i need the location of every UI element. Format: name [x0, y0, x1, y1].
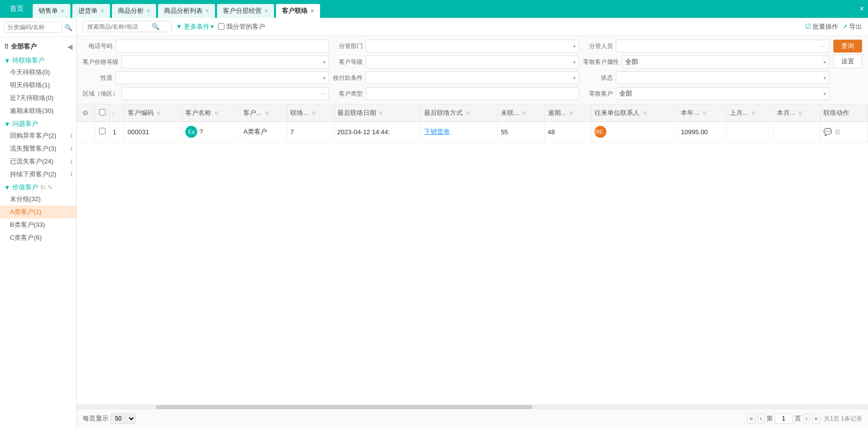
customer-type-input[interactable]	[366, 87, 579, 100]
sidebar-item-today[interactable]: 今天待联络(0)	[0, 66, 76, 79]
sidebar-item-churn-warning[interactable]: 流失预警客户(3) ℹ	[0, 142, 76, 155]
tab-home[interactable]: 首页	[2, 0, 32, 18]
nature-select[interactable]: ▾	[115, 71, 329, 84]
dept-select[interactable]: ▾	[366, 40, 579, 53]
main-layout: 🔍 ⠿ 全部客户 ◀ ▼ 待联络客户 今天待联络(0) 明天待联络(1) 近7天…	[0, 18, 868, 428]
phone-label: 电话号码	[83, 42, 112, 51]
table-header-last-month[interactable]: 上月... ⇅	[727, 105, 774, 122]
sidebar-item-a-class[interactable]: A类客户(1)	[0, 206, 76, 218]
sort-icon: ⇅	[265, 110, 269, 116]
table-header-not-contact[interactable]: 未联... ⇅	[497, 105, 544, 122]
customer-level-select[interactable]: ▾	[366, 55, 579, 68]
payment-select[interactable]: ▾	[366, 71, 579, 84]
table-header-contact-count[interactable]: 联络... ⇅	[287, 105, 334, 122]
sidebar-group-pending[interactable]: ▼ 待联络客户	[0, 54, 76, 66]
my-customers-checkbox[interactable]: 我分管的客户	[218, 22, 265, 31]
table-header-this-month[interactable]: 本月... ⇅	[773, 105, 820, 122]
sidebar-item-b-class[interactable]: B类客户(33)	[0, 218, 76, 231]
sidebar-group-value[interactable]: ▼ 价值客户 ↻ ✎	[0, 181, 76, 193]
row-checkbox-cell[interactable]	[95, 122, 109, 142]
setting-button[interactable]: 设置	[833, 54, 862, 68]
sidebar-item-repurchase-abnormal[interactable]: 回购异常客户(2) ℹ	[0, 129, 76, 142]
sidebar-item-c-class[interactable]: C类客户(6)	[0, 231, 76, 244]
sidebar-item-churned[interactable]: 已流失客户(24) ℹ	[0, 155, 76, 168]
sidebar-all-customers[interactable]: ⠿ 全部客户 ◀	[0, 39, 76, 54]
select-all-checkbox[interactable]	[99, 109, 106, 115]
table-header-overdue[interactable]: 逾期... ⇅	[544, 105, 592, 122]
batch-operation-btn[interactable]: ☑ 批量操作	[805, 22, 838, 31]
close-icon[interactable]: ×	[311, 7, 314, 14]
page-size-select[interactable]: 50 100 200	[110, 413, 136, 424]
table-header-last-way[interactable]: 最后联络方式 ⇅	[421, 105, 497, 122]
table-header-code[interactable]: 客户编码 ⇅	[124, 105, 182, 122]
filter-customer-level: 客户等级 ▾	[333, 55, 579, 68]
page-prev-btn[interactable]: ‹	[758, 414, 764, 424]
close-icon[interactable]: ×	[101, 7, 104, 14]
export-btn[interactable]: ↗ 导出	[842, 22, 862, 31]
table-header-checkbox[interactable]	[95, 105, 109, 122]
filter-department: 分管部门 ▾	[333, 40, 579, 53]
close-icon[interactable]: ×	[147, 7, 150, 14]
tab-sales[interactable]: 销售单 ×	[33, 4, 70, 18]
scrollbar-thumb[interactable]	[156, 405, 533, 409]
more-conditions-btn[interactable]: ▼ 更多条件 ▾	[176, 22, 214, 31]
close-icon[interactable]: ×	[265, 7, 268, 14]
table-header-name[interactable]: 客户名称 ⇅	[182, 105, 240, 122]
sidebar-search-icon[interactable]: 🔍	[64, 24, 72, 31]
page-number-input[interactable]	[775, 414, 793, 424]
sort-icon: ⇅	[752, 110, 756, 116]
customer-table: ⚙ : 客户编码 ⇅ 客户名称 ⇅	[77, 105, 868, 142]
filter-search-input[interactable]	[87, 23, 152, 30]
row-last-way[interactable]: 下销货单	[421, 122, 497, 142]
page-last-btn[interactable]: »	[812, 414, 820, 424]
table-header-last-date[interactable]: 最后联络日期 ⇅	[334, 105, 421, 122]
search-icon[interactable]: 🔍	[152, 23, 160, 30]
my-customers-check[interactable]	[218, 23, 224, 30]
sidebar: 🔍 ⠿ 全部客户 ◀ ▼ 待联络客户 今天待联络(0) 明天待联络(1) 近7天…	[0, 18, 77, 428]
status-select[interactable]: ▾	[616, 71, 829, 84]
table-header-gear[interactable]: ⚙	[77, 105, 95, 122]
tab-customer-segment[interactable]: 客户分层经营 ×	[217, 4, 274, 18]
table-header-this-year[interactable]: 本年... ⇅	[678, 105, 727, 122]
customer-type-label: 客户类型	[333, 90, 363, 98]
table-header-contacts[interactable]: 往来单位联系人 ⇅	[592, 105, 678, 122]
page-next-btn[interactable]: ›	[803, 414, 810, 424]
row-checkbox[interactable]	[99, 128, 106, 134]
table-container: ⚙ : 客户编码 ⇅ 客户名称 ⇅	[77, 105, 868, 405]
sidebar-item-overdue[interactable]: 逾期未联络(30)	[0, 105, 76, 117]
close-icon[interactable]: ×	[206, 7, 209, 14]
tab-customer-contact[interactable]: 客户联络 ×	[276, 4, 320, 18]
region-input[interactable]: ···	[121, 87, 329, 100]
sidebar-search-input[interactable]	[4, 22, 62, 33]
table-header-row: ⚙ : 客户编码 ⇅ 客户名称 ⇅	[77, 105, 868, 122]
table-header-level[interactable]: 客户... ⇅	[240, 105, 287, 122]
collapse-icon[interactable]: ◀	[67, 43, 72, 51]
sidebar-item-ungroup[interactable]: 未分组(32)	[0, 193, 76, 206]
horizontal-scrollbar[interactable]	[77, 405, 868, 409]
close-icon[interactable]: ×	[61, 7, 64, 14]
manager-input[interactable]: ···	[616, 40, 829, 53]
filter-row-4: 区域（地区） ··· 客户类型 零散客户 全部	[83, 87, 829, 100]
sidebar-item-tomorrow[interactable]: 明天待联络(1)	[0, 79, 76, 92]
last-contact-way-link[interactable]: 下销货单	[424, 128, 450, 135]
global-close-icon[interactable]: ×	[860, 4, 864, 13]
query-button[interactable]: 查询	[833, 40, 862, 53]
refresh-icon[interactable]: ↻	[40, 184, 46, 191]
edit-icon[interactable]: ✎	[48, 184, 53, 191]
retail-attr-select[interactable]: 全部 ▾	[622, 55, 829, 68]
sidebar-item-declining[interactable]: 持续下滑客户(2) ℹ	[0, 168, 76, 181]
info-icon: ℹ	[70, 133, 72, 139]
phone-input[interactable]	[115, 40, 329, 53]
row-seq: 1	[109, 122, 124, 142]
page-first-btn[interactable]: «	[747, 414, 756, 424]
tab-goods-analysis[interactable]: 商品分析 ×	[112, 4, 156, 18]
retail-select[interactable]: 全部 ▾	[616, 87, 829, 100]
qr-icon[interactable]: ⊞	[835, 128, 841, 136]
filter-nature: 性质 ▾	[83, 71, 329, 84]
tab-goods-analysis-list[interactable]: 商品分析列表 ×	[158, 4, 215, 18]
sidebar-group-problem[interactable]: ▼ 问题客户	[0, 117, 76, 129]
tab-purchase[interactable]: 进货单 ×	[72, 4, 110, 18]
chat-icon[interactable]: 💬	[823, 128, 832, 136]
sidebar-item-7days[interactable]: 近7天待联络(0)	[0, 92, 76, 105]
price-level-select[interactable]: ▾	[121, 55, 329, 68]
